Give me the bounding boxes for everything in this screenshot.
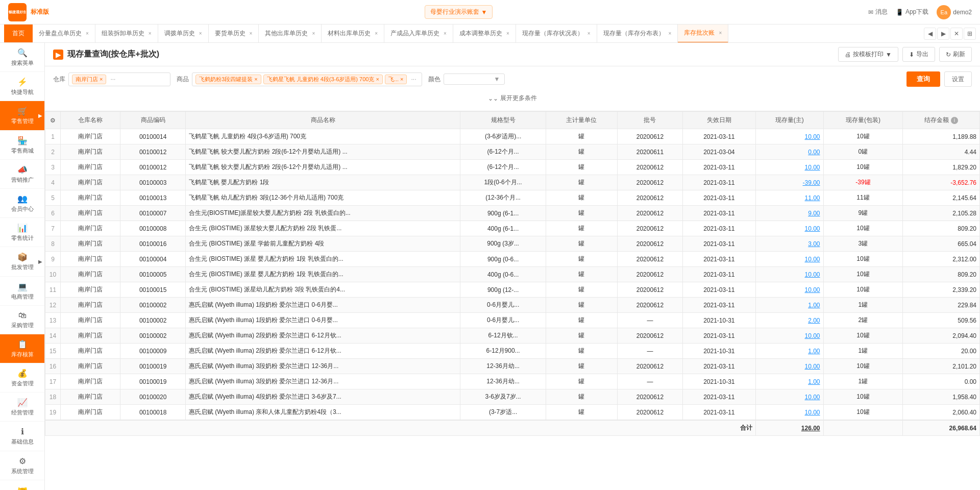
close-icon[interactable]: × — [86, 31, 89, 36]
sidebar-item-stats[interactable]: 📊 零售统计 — [0, 218, 44, 247]
cell-qty-main[interactable]: 10.00 — [755, 160, 823, 175]
col-amount-label: 结存金额 — [924, 116, 949, 124]
tab-xiancun1[interactable]: 现存量（库存状况表） × — [516, 24, 597, 43]
tab-diaob[interactable]: 调拨单历史 × — [158, 24, 209, 43]
workspace-dropdown[interactable]: 母婴行业演示账套 ▼ — [425, 5, 493, 19]
tab-zuzhuang[interactable]: 组装拆卸单历史 × — [95, 24, 158, 43]
tab-cailiao[interactable]: 材料出库单历史 × — [322, 24, 384, 43]
app-download-button[interactable]: 📱 App下载 — [896, 8, 928, 16]
goods-tag-2-remove[interactable]: × — [376, 76, 379, 82]
cell-unit: 罐 — [546, 160, 617, 175]
close-icon[interactable]: × — [375, 31, 378, 36]
tab-fenliang[interactable]: 分量盘点单历史 × — [33, 24, 95, 43]
sidebar-item-basic[interactable]: ℹ 基础信息 — [0, 422, 44, 451]
close-icon[interactable]: × — [669, 31, 672, 36]
tab-kucun[interactable]: 库存批次账 × — [678, 24, 728, 43]
tab-close-button[interactable]: ✕ — [950, 28, 963, 40]
warehouse-tag-remove[interactable]: × — [100, 76, 103, 82]
print-button[interactable]: 🖨 按模板打印 ▼ — [838, 47, 898, 62]
close-icon[interactable]: × — [587, 31, 591, 36]
sidebar-item-search[interactable]: 🔍 搜索英单 — [0, 43, 44, 72]
warehouse-tag[interactable]: 南岸门店 × — [72, 75, 106, 84]
tab-yaohuo[interactable]: 要货单历史 × — [209, 24, 259, 43]
cell-warehouse: 南岸门店 — [61, 298, 120, 313]
col-batch: 批号 — [618, 112, 683, 129]
tab-next-button[interactable]: ▶ — [937, 28, 949, 40]
amount-info-icon[interactable]: i — [951, 117, 958, 124]
expand-more-conditions[interactable]: ⌄⌄ 展开更多条件 — [53, 91, 972, 106]
goods-tag-3[interactable]: 飞... × — [385, 75, 407, 84]
close-icon[interactable]: × — [444, 31, 447, 36]
cell-qty-main[interactable]: 10.00 — [755, 359, 823, 374]
export-button[interactable]: ⬇ 导出 — [902, 47, 935, 62]
user-menu[interactable]: Ea demo2 — [937, 5, 972, 19]
sidebar-item-marketing[interactable]: 📣 营销推广 — [0, 160, 44, 189]
cell-warehouse: 南岸门店 — [61, 129, 120, 144]
sidebar-toggle-button[interactable]: ▶ — [53, 50, 63, 60]
cell-qty-main[interactable]: 11.00 — [755, 190, 823, 206]
tab-chancheng[interactable]: 产成品入库单历史 × — [384, 24, 453, 43]
cell-qty-main[interactable]: 0.00 — [755, 144, 823, 160]
tab-qitachu[interactable]: 其他出库单历史 × — [259, 24, 322, 43]
tab-more-button[interactable]: ⊞ — [964, 28, 976, 40]
goods-tag-1-remove[interactable]: × — [254, 76, 257, 82]
messages-button[interactable]: ✉ 消息 — [868, 8, 888, 16]
sidebar-item-wholesale[interactable]: 📦 批发管理 ▶ — [0, 247, 44, 276]
goods-tag-1[interactable]: 飞鹤奶粉3段四罐提装 × — [195, 75, 261, 84]
goods-tag-3-remove[interactable]: × — [400, 76, 403, 82]
workspace-selector[interactable]: 母婴行业演示账套 ▼ — [425, 5, 493, 19]
close-icon[interactable]: × — [250, 31, 253, 36]
cell-qty-pkg: 10罐 — [823, 221, 903, 236]
cell-qty-main[interactable]: 10.00 — [755, 129, 823, 144]
sidebar-item-ecommerce[interactable]: 💻 电商管理 — [0, 277, 44, 306]
close-icon[interactable]: × — [506, 31, 509, 36]
sidebar-item-shop[interactable]: 🏪 零售商城 — [0, 131, 44, 160]
sidebar-item-retail-mgmt[interactable]: 🛒 零售管理 ▶ — [0, 101, 44, 130]
refresh-button[interactable]: ↻ 刷新 — [939, 47, 972, 62]
close-icon[interactable]: × — [719, 30, 722, 36]
sidebar-item-member[interactable]: 👥 会员中心 — [0, 189, 44, 218]
cell-qty-main[interactable]: -39.00 — [755, 175, 823, 190]
tab-chengben[interactable]: 成本调整单历史 × — [453, 24, 516, 43]
sidebar-item-operations[interactable]: 📈 经营管理 — [0, 393, 44, 422]
warehouse-tag-area[interactable]: 南岸门店 × ··· — [68, 72, 170, 86]
setting-button[interactable]: 设置 — [944, 71, 972, 87]
cell-qty-main[interactable]: 10.00 — [755, 405, 823, 421]
sidebar-item-finance[interactable]: 💰 资金管理 — [0, 363, 44, 393]
cell-qty-main[interactable]: 10.00 — [755, 252, 823, 267]
goods-more-dots[interactable]: ··· — [409, 76, 418, 83]
goods-tag-2[interactable]: 飞鹤星飞帆 儿童奶粉 4段(3-6岁适用) 700克 × — [263, 75, 383, 84]
cell-qty-main[interactable]: 1.00 — [755, 298, 823, 313]
close-icon[interactable]: × — [199, 31, 202, 36]
sidebar-item-purchase[interactable]: 🛍 采购管理 — [0, 306, 44, 334]
cell-qty-main[interactable]: 3.00 — [755, 236, 823, 252]
cell-qty-main[interactable]: 10.00 — [755, 282, 823, 298]
goods-tag-area[interactable]: 飞鹤奶粉3段四罐提装 × 飞鹤星飞帆 儿童奶粉 4段(3-6岁适用) 700克 … — [192, 72, 422, 86]
cell-warehouse: 南岸门店 — [61, 160, 120, 175]
tab-home[interactable]: 首页 — [4, 24, 33, 43]
col-settings[interactable]: ⚙ — [45, 112, 61, 129]
cell-spec: 0-6月婴儿... — [460, 313, 546, 328]
cell-qty-main[interactable]: 9.00 — [755, 206, 823, 221]
color-select[interactable]: ▼ — [444, 74, 505, 85]
sidebar-item-nav[interactable]: ⚡ 快捷导航 — [0, 72, 44, 101]
cell-qty-main[interactable]: 10.00 — [755, 267, 823, 282]
query-button[interactable]: 查询 — [906, 71, 940, 87]
cell-qty-main[interactable]: 10.00 — [755, 328, 823, 344]
sidebar-item-inventory[interactable]: 📋 库存核算 — [0, 334, 44, 363]
sidebar-item-system[interactable]: ⚙ 系统管理 — [0, 451, 44, 480]
tab-xiancun2[interactable]: 现存量（库存分布表） × — [597, 24, 678, 43]
cell-qty-main[interactable]: 1.00 — [755, 344, 823, 359]
warehouse-more-dots[interactable]: ··· — [108, 76, 117, 83]
close-icon[interactable]: × — [312, 31, 315, 36]
close-icon[interactable]: × — [149, 31, 152, 36]
sidebar-item-collab[interactable]: 🤝 企业协同 — [0, 480, 44, 490]
tab-prev-button[interactable]: ◀ — [924, 28, 936, 40]
cell-rownum: 10 — [45, 267, 61, 282]
sidebar-stats-label: 零售统计 — [11, 235, 34, 241]
cell-qty-main[interactable]: 10.00 — [755, 389, 823, 405]
cell-qty-main[interactable]: 10.00 — [755, 221, 823, 236]
cell-qty-main[interactable]: 2.00 — [755, 313, 823, 328]
cell-qty-main[interactable]: 1.00 — [755, 374, 823, 389]
cell-warehouse: 南岸门店 — [61, 313, 120, 328]
